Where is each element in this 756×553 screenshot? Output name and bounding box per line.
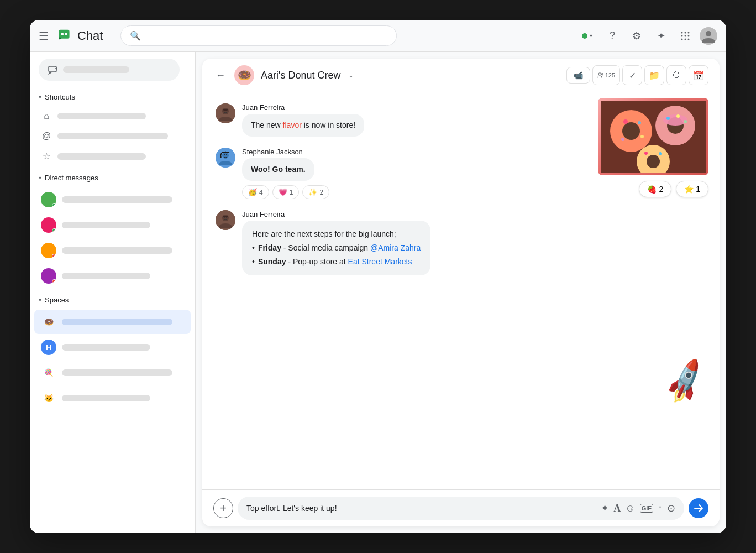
spaces-chevron-icon: ▾ [39, 297, 41, 303]
new-chat-label [63, 66, 129, 73]
shortcuts-section-header[interactable]: ▾ Shortcuts [34, 90, 191, 105]
upload-icon[interactable]: ↑ [658, 503, 663, 514]
tasks-button[interactable]: ✓ [622, 65, 642, 85]
settings-button[interactable]: ⚙ [627, 26, 647, 46]
svg-point-37 [222, 108, 229, 114]
hamburger-icon[interactable]: ☰ [39, 29, 49, 43]
message-sender-juan-2: Juan Ferreira [242, 210, 706, 218]
message-bubble-2: Woo! Go team. [242, 158, 314, 181]
sunday-text: - Pop-up store at [286, 257, 348, 266]
reaction-count-2: 1 [290, 189, 293, 196]
star-emoji: ⭐ [684, 185, 694, 194]
logo-area: Chat [55, 27, 103, 45]
app-title: Chat [77, 29, 103, 43]
new-chat-button[interactable] [39, 59, 180, 81]
dm-avatar-2 [41, 217, 56, 233]
user-avatar-icon [700, 27, 717, 45]
gemini-input-icon[interactable]: ✦ [601, 502, 609, 514]
send-icon [694, 503, 704, 513]
space-item-h[interactable]: H [34, 335, 191, 359]
apps-button[interactable] [675, 26, 695, 46]
dm-section-header[interactable]: ▾ Direct messages [34, 170, 191, 185]
star-icon: ☆ [41, 151, 52, 161]
svg-point-24 [641, 135, 644, 138]
message-bubble-1: The new flavor is now in store! [242, 114, 364, 137]
dm-item-3[interactable] [34, 238, 191, 263]
space-item-donut[interactable]: 🍩 [34, 310, 191, 334]
rocket-sticker: 🚀 [659, 356, 712, 406]
reactions-container: 🥳 4 💗 1 ✨ 2 [242, 185, 706, 199]
message-intro: Here are the next steps for the big laun… [252, 228, 421, 240]
sidebar: ▾ Shortcuts ⌂ @ ☆ ▾ Direct messages [30, 52, 196, 533]
spaces-section-header[interactable]: ▾ Spaces [34, 293, 191, 307]
message-group-3: Juan Ferreira Here are the next steps fo… [216, 210, 706, 275]
status-chevron-icon: ▾ [590, 33, 592, 39]
format-text-icon[interactable]: A [613, 503, 621, 514]
message-text-after: is now in store! [302, 121, 355, 129]
timer-icon: ⏱ [672, 70, 681, 80]
shortcut-mentions[interactable]: @ [34, 127, 191, 145]
members-button[interactable]: 125 [592, 65, 620, 85]
message-bubble-3: Here are the next steps for the big laun… [242, 221, 431, 275]
eat-street-link[interactable]: Eat Street Markets [348, 257, 412, 266]
reaction-party[interactable]: 🥳 4 [242, 185, 269, 199]
messages-container: 🍓 2 ⭐ 1 [202, 92, 720, 489]
reaction-sparkle[interactable]: ✨ 2 [302, 185, 329, 199]
dm-item-2[interactable] [34, 213, 191, 237]
new-chat-icon [48, 64, 59, 75]
star-reaction[interactable]: ⭐ 1 [676, 181, 708, 197]
space-item-cat[interactable]: 🐱 [34, 386, 191, 410]
reaction-count-1: 4 [259, 189, 263, 196]
cursor-indicator [596, 504, 596, 513]
top-bar: ☰ Chat 🔍 ▾ [30, 20, 726, 52]
add-attachment-button[interactable]: + [213, 498, 233, 518]
settings-icon: ⚙ [632, 30, 641, 42]
text-input-container[interactable]: Top effort. Let's keep it up! ✦ A ☺ GIF … [238, 497, 684, 520]
shortcut-starred[interactable]: ☆ [34, 147, 191, 166]
back-button[interactable]: ← [213, 67, 228, 84]
svg-rect-40 [223, 109, 228, 111]
svg-point-35 [659, 152, 662, 155]
group-chevron-icon[interactable]: ⌄ [348, 71, 354, 79]
shortcuts-chevron-icon: ▾ [39, 94, 41, 100]
dm-avatar-1 [41, 192, 56, 207]
help-button[interactable]: ? [602, 26, 622, 46]
svg-point-46 [222, 215, 229, 221]
video-call-button[interactable]: 📹 [566, 67, 590, 84]
dm-item-4[interactable] [34, 264, 191, 288]
mention-amira[interactable]: @Amira Zahra [370, 243, 421, 252]
calendar-button[interactable]: 📅 [689, 65, 708, 85]
status-dot [582, 33, 587, 39]
folder-button[interactable]: 📁 [644, 65, 664, 85]
emoji-icon[interactable]: ☺ [625, 503, 635, 514]
svg-point-1 [61, 33, 64, 35]
browser-window: ☰ Chat 🔍 ▾ [30, 20, 726, 533]
status-button[interactable]: ▾ [576, 29, 598, 42]
svg-point-21 [622, 122, 640, 140]
dm-item-1[interactable] [34, 187, 191, 212]
send-button[interactable] [689, 498, 708, 518]
gif-icon[interactable]: GIF [640, 504, 653, 513]
user-avatar[interactable] [700, 27, 717, 45]
reaction-heart[interactable]: 💗 1 [272, 185, 300, 199]
search-bar[interactable]: 🔍 [120, 25, 397, 46]
svg-point-13 [706, 31, 711, 36]
timer-button[interactable]: ⏱ [666, 65, 686, 85]
strawberry-reaction[interactable]: 🍓 2 [639, 181, 671, 197]
help-icon: ? [610, 30, 615, 41]
chat-area: ← 🍩 Aari's Donut Crew ⌄ 📹 [202, 59, 720, 526]
shortcut-home[interactable]: ⌂ [34, 107, 191, 126]
gemini-button[interactable]: ✦ [651, 26, 671, 46]
svg-point-6 [681, 35, 683, 36]
space-item-candy[interactable]: 🍭 [34, 361, 191, 385]
svg-point-31 [684, 120, 687, 123]
more-options-icon[interactable]: ⊙ [667, 502, 675, 514]
star-count: 1 [696, 185, 700, 194]
svg-point-22 [623, 119, 628, 124]
donut-svg [601, 101, 706, 173]
video-icon: 📹 [574, 71, 583, 80]
svg-point-11 [688, 38, 690, 40]
space-icon-candy: 🍭 [41, 365, 56, 380]
message-input[interactable]: Top effort. Let's keep it up! [246, 504, 591, 513]
svg-point-29 [666, 117, 670, 120]
